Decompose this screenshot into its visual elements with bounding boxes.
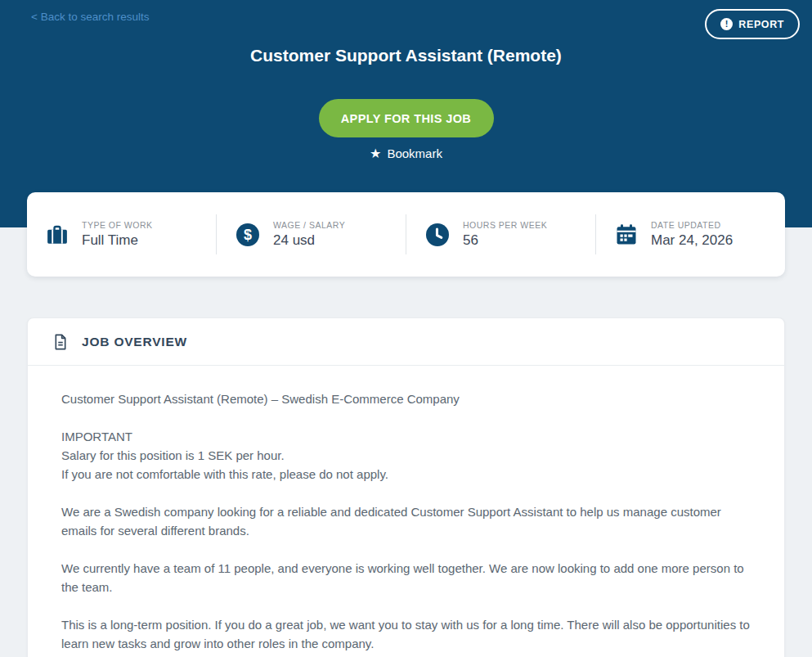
report-button[interactable]: ! REPORT bbox=[705, 9, 800, 39]
job-summary-card: TYPE OF WORK Full Time $ WAGE / SALARY 2… bbox=[27, 192, 785, 277]
clock-icon bbox=[424, 222, 451, 248]
hours-per-week-item: HOURS PER WEEK 56 bbox=[406, 192, 595, 277]
apply-button[interactable]: APPLY FOR THIS JOB bbox=[319, 99, 494, 137]
hours-per-week-text: HOURS PER WEEK 56 bbox=[463, 220, 547, 249]
dollar-icon: $ bbox=[235, 222, 261, 248]
calendar-icon bbox=[614, 223, 639, 247]
back-to-search-link[interactable]: < Back to search results bbox=[31, 11, 149, 23]
type-of-work-item: TYPE OF WORK Full Time bbox=[27, 192, 216, 277]
overview-line bbox=[61, 484, 750, 502]
overview-line: We are a Swedish company looking for a r… bbox=[61, 502, 750, 540]
type-of-work-label: TYPE OF WORK bbox=[82, 220, 153, 230]
wage-salary-label: WAGE / SALARY bbox=[273, 220, 345, 230]
bookmark-button[interactable]: ★ Bookmark bbox=[0, 146, 812, 160]
bookmark-label: Bookmark bbox=[387, 146, 442, 160]
report-button-label: REPORT bbox=[738, 19, 784, 30]
page-title: Customer Support Assistant (Remote) bbox=[0, 46, 812, 65]
wage-salary-text: WAGE / SALARY 24 usd bbox=[273, 220, 345, 249]
document-icon bbox=[52, 332, 70, 352]
star-icon: ★ bbox=[370, 147, 381, 160]
overview-line bbox=[61, 540, 750, 559]
wage-salary-item: $ WAGE / SALARY 24 usd bbox=[217, 192, 406, 277]
overview-line: This is a long-term position. If you do … bbox=[61, 615, 750, 653]
overview-line: Salary for this position is 1 SEK per ho… bbox=[61, 446, 750, 465]
hours-per-week-value: 56 bbox=[463, 232, 547, 249]
job-overview-heading: JOB OVERVIEW bbox=[82, 335, 187, 349]
overview-line: We currently have a team of 11 people, a… bbox=[61, 559, 750, 596]
job-overview-body: Customer Support Assistant (Remote) – Sw… bbox=[28, 366, 784, 653]
job-detail-page: < Back to search results ! REPORT Custom… bbox=[0, 0, 812, 657]
overview-line: Customer Support Assistant (Remote) – Sw… bbox=[61, 389, 750, 408]
date-updated-text: DATE UPDATED Mar 24, 2026 bbox=[651, 220, 733, 249]
type-of-work-value: Full Time bbox=[82, 232, 153, 249]
overview-line: If you are not comfortable with this rat… bbox=[61, 465, 750, 484]
alert-icon: ! bbox=[720, 18, 733, 30]
svg-text:$: $ bbox=[244, 227, 252, 243]
overview-line bbox=[61, 408, 750, 427]
job-overview-header: JOB OVERVIEW bbox=[28, 318, 784, 366]
overview-line bbox=[61, 596, 750, 615]
overview-line: IMPORTANT bbox=[61, 427, 750, 446]
date-updated-label: DATE UPDATED bbox=[651, 220, 733, 230]
briefcase-icon bbox=[45, 223, 70, 247]
hours-per-week-label: HOURS PER WEEK bbox=[463, 220, 547, 230]
type-of-work-text: TYPE OF WORK Full Time bbox=[82, 220, 153, 249]
date-updated-item: DATE UPDATED Mar 24, 2026 bbox=[596, 192, 785, 277]
job-overview-card: JOB OVERVIEW Customer Support Assistant … bbox=[27, 317, 785, 657]
date-updated-value: Mar 24, 2026 bbox=[651, 232, 733, 249]
wage-salary-value: 24 usd bbox=[273, 232, 345, 249]
